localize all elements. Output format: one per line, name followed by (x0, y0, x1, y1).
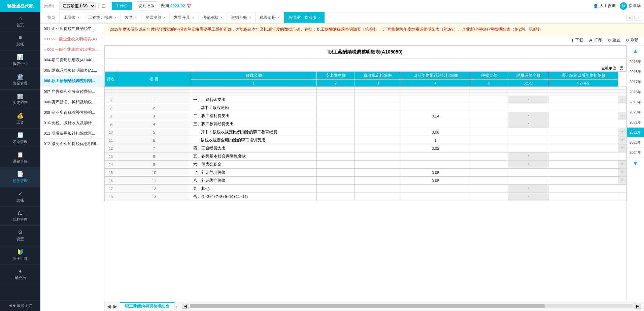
cell-data[interactable] (316, 96, 354, 104)
year-2017[interactable]: 2017年 (627, 77, 644, 87)
sidebar-item-settlement[interactable]: ✓ 结账 (0, 187, 40, 207)
cell-data[interactable] (470, 90, 508, 93)
table-row[interactable]: 116按税收规定全额扣除的职工培训费用1* (105, 136, 626, 144)
list-item-008[interactable]: 008-资产折旧、摊销及纳税... (40, 97, 104, 107)
cell-data[interactable] (355, 104, 401, 112)
copy-btn[interactable]: 📋 (98, 3, 109, 9)
cell-data[interactable] (316, 152, 354, 161)
table-row[interactable]: 105其中：按税收规定比例扣除的职工教育经费0.08* (105, 128, 626, 136)
cell-item[interactable]: 六、住房公积金 (191, 161, 317, 169)
list-item-005[interactable]: 005-纳税调整项目明细表(A1... (40, 65, 104, 76)
cell-data[interactable] (508, 136, 549, 144)
cell-data[interactable]: * (508, 96, 549, 104)
scroll-bar-area[interactable]: ◀ ▶ (182, 304, 641, 309)
cell-data[interactable] (316, 87, 354, 90)
cell-data[interactable] (508, 128, 549, 136)
cell-data[interactable] (401, 90, 470, 93)
sidebar-item-payroll[interactable]: 💰 工资 (0, 109, 40, 129)
cell-item[interactable]: 八、补充医疗保险 (191, 177, 317, 185)
cell-data[interactable] (401, 93, 470, 96)
tab-maximize-btn[interactable]: □ (634, 15, 641, 21)
cell-data[interactable] (618, 90, 626, 93)
cell-data[interactable]: * (618, 96, 626, 104)
cell-data[interactable] (355, 177, 401, 185)
year-2024[interactable]: 2024年 (627, 148, 644, 158)
cell-data[interactable] (618, 104, 626, 112)
tab-invoice[interactable]: 发票× (121, 12, 141, 24)
year-2015[interactable]: 2015年 (627, 57, 644, 67)
cell-item[interactable]: 九、其他 (191, 185, 317, 193)
cell-data[interactable] (470, 136, 508, 144)
cell-data[interactable] (470, 128, 508, 136)
tab-close-purchase-verify[interactable]: × (221, 16, 223, 20)
cell-item[interactable]: 三、职工教育经费支出 (191, 120, 317, 128)
cell-data[interactable]: 1 (401, 136, 470, 144)
sidebar-item-report[interactable]: 📊 报表中心 (0, 50, 40, 70)
cell-item[interactable] (191, 93, 317, 96)
cell-data[interactable] (508, 104, 549, 112)
cell-data[interactable]: 0.02 (401, 144, 470, 152)
tab-close-payroll[interactable]: × (78, 16, 80, 20)
cell-data[interactable] (316, 177, 354, 185)
cell-data[interactable] (508, 144, 549, 152)
cell-item[interactable] (191, 87, 317, 90)
reset-btn[interactable]: ↺ 重置 (608, 37, 620, 43)
sidebar-item-home[interactable]: ⌂ 首页 (0, 12, 40, 31)
cell-data[interactable] (470, 161, 508, 169)
company-selector[interactable]: 江西般宝-LSS (59, 2, 96, 10)
workspace-btn[interactable]: 工作台 (112, 2, 132, 10)
cell-data[interactable] (549, 161, 618, 169)
sidebar-item-archive[interactable]: 🗂 归档管理 (0, 207, 40, 226)
year-2016[interactable]: 2016年 (627, 67, 644, 77)
cell-data[interactable] (549, 112, 618, 120)
cell-data[interactable]: * (508, 112, 549, 120)
cell-data[interactable] (470, 112, 508, 120)
sheet-options-btn[interactable]: ⋮ (174, 304, 179, 309)
cell-data[interactable] (549, 90, 618, 93)
table-row[interactable]: 1813合计(1+3+4+7+8+9+10+11+12)* (105, 193, 626, 201)
list-item-006[interactable]: 006-职工薪酬纳税调整明细... (40, 76, 104, 86)
cell-data[interactable] (355, 161, 401, 169)
cell-data[interactable] (470, 93, 508, 96)
cell-data[interactable] (316, 136, 354, 144)
year-nav-up[interactable]: ▲ (627, 45, 644, 57)
cell-data[interactable] (470, 152, 508, 161)
cell-item[interactable] (191, 90, 317, 93)
cell-data[interactable] (355, 144, 401, 152)
tab-close-all-btn[interactable]: × (626, 15, 633, 21)
cell-data[interactable] (549, 144, 618, 152)
cell-data[interactable]: * (508, 161, 549, 169)
cell-data[interactable] (355, 93, 401, 96)
year-2021[interactable]: 2021年 (627, 117, 644, 128)
tab-income-tax[interactable]: 所得税汇算清缴× (284, 12, 325, 24)
table-row[interactable]: 1510七、补充养老保险0.05* (105, 169, 626, 177)
year-2019[interactable]: 2019年 (627, 97, 644, 107)
cell-data[interactable] (355, 136, 401, 144)
cell-data[interactable] (470, 144, 508, 152)
cell-data[interactable] (508, 90, 549, 93)
cell-data[interactable] (508, 93, 549, 96)
cell-data[interactable] (401, 185, 470, 193)
cell-data[interactable] (401, 161, 470, 169)
cell-data[interactable] (549, 136, 618, 144)
sheet-nav-left[interactable]: ◀ (107, 304, 111, 309)
support-btn[interactable]: 👤 人工咨询 (593, 3, 616, 9)
sidebar-bottom-action[interactable]: ◀◀ 取消固定 (0, 300, 40, 311)
cell-data[interactable] (508, 169, 549, 177)
table-row[interactable]: 1712九、其他* (105, 185, 626, 193)
cell-data[interactable] (355, 152, 401, 161)
tab-payroll-report[interactable]: 工资统计报表× (84, 12, 121, 24)
cell-data[interactable] (316, 185, 354, 193)
cell-data[interactable] (401, 87, 470, 90)
year-2023[interactable]: 2023年 (627, 138, 644, 148)
cell-data[interactable]: * (618, 161, 626, 169)
table-row[interactable]: 138五、各类基本社会保障性缴款* (105, 152, 626, 161)
tab-purchase-ledger[interactable]: 进销台账× (227, 12, 256, 24)
tab-payroll[interactable]: 工资表× (60, 12, 84, 24)
cell-data[interactable] (508, 177, 549, 185)
table-row[interactable] (105, 87, 626, 90)
cell-data[interactable]: * (508, 185, 549, 193)
scroll-left-arrow[interactable]: ◀ (182, 304, 189, 309)
cell-data[interactable] (549, 169, 618, 177)
cell-data[interactable] (618, 193, 626, 201)
